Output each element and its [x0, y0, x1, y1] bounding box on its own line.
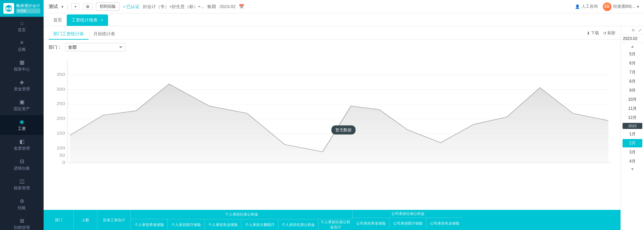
sidebar-item-purchase[interactable]: ⊟ 进销台账 — [0, 155, 44, 175]
th-company-medical: 公司承担医疗保险 — [389, 218, 426, 229]
date-item-10[interactable]: 10月 — [621, 95, 644, 104]
date-nav-up[interactable]: ▲ — [621, 43, 644, 50]
panel-expand-button[interactable]: ⤢ — [638, 28, 642, 33]
date-item-jan[interactable]: 1月 — [621, 130, 644, 139]
consult-icon: 👤 — [575, 4, 580, 9]
sidebar-item-tax[interactable]: ◫ 税务管理 — [0, 175, 44, 194]
settings-button[interactable]: ⚙ — [83, 3, 93, 10]
salary-icon: ◉ — [19, 119, 24, 125]
invoice-icon: ◧ — [19, 138, 24, 145]
sidebar-item-label: 工资 — [18, 126, 26, 132]
app-name: 畅康通好会计 — [16, 3, 40, 9]
sidebar-item-label: 首页 — [18, 27, 26, 33]
subtab-dept[interactable]: 部门工资统计表 — [49, 29, 89, 40]
calendar-icon[interactable]: 📅 — [239, 4, 244, 9]
date-item-feb-active[interactable]: 2月 — [623, 139, 642, 147]
svg-text:350: 350 — [56, 72, 65, 77]
sidebar-item-home[interactable]: ⌂ 首页 — [0, 17, 44, 36]
project-dropdown[interactable]: ▾ — [61, 4, 63, 9]
date-display: 2023.02 — [623, 36, 637, 41]
date-nav-down[interactable]: ▼ — [621, 166, 644, 173]
date-item-12[interactable]: 12月 — [621, 113, 644, 122]
tab-home[interactable]: 首页 — [49, 14, 67, 26]
sidebar-item-label: 报表中心 — [14, 66, 30, 72]
date-item-mar[interactable]: 3月 — [621, 148, 644, 157]
home-icon: ⌂ — [20, 20, 23, 26]
refresh-button[interactable]: ↺ 刷新 — [603, 30, 615, 36]
th-personal-pension: 个人承担养老保险 — [131, 219, 168, 230]
svg-text:100: 100 — [56, 145, 65, 150]
tab-close-icon[interactable]: × — [101, 18, 103, 22]
assets-icon: ▣ — [19, 99, 24, 105]
topbar-right: 👤 人工咨询 CE 轻捷通B组... ▾ — [575, 2, 639, 11]
sidebar-item-label: 税务管理 — [14, 185, 30, 191]
filter-label: 部门： — [49, 44, 62, 50]
content-area: 部门工资统计表 月份统计表 ⬇ 下载 ↺ 刷新 — [44, 26, 644, 230]
sidebar-item-close[interactable]: ⊜ 结账 — [0, 194, 44, 214]
user-menu[interactable]: CE 轻捷通B组... ▾ — [603, 2, 639, 11]
ledger-icon: ≡ — [20, 40, 23, 46]
sidebar-item-assets[interactable]: ▣ 固定资产 — [0, 95, 44, 115]
sidebar-item-label: 归档管理 — [14, 225, 30, 230]
dept-filter-select[interactable]: 全部 财务部 销售部 技术部 行政部 — [65, 43, 125, 51]
chart-svg: 350 300 250 200 150 100 50 0 — [49, 56, 615, 174]
up-arrow-icon: ▲ — [631, 44, 635, 49]
th-count: 人数 — [74, 210, 97, 230]
page-content: 部门工资统计表 月份统计表 ⬇ 下载 ↺ 刷新 — [44, 26, 621, 230]
sidebar-item-label: 进销台账 — [14, 166, 30, 171]
consult-button[interactable]: 👤 人工咨询 — [575, 4, 598, 9]
sidebar-item-salary[interactable]: ◉ 工资 — [0, 115, 44, 135]
sidebar-item-funds[interactable]: ◈ 资金管理 — [0, 76, 44, 95]
product-badges: 好会计（专）+好生意（标）+... — [143, 4, 204, 10]
date-item-apr[interactable]: 4月 — [621, 157, 644, 166]
date-item-7[interactable]: 7月 — [621, 68, 644, 77]
avatar: CE — [603, 2, 611, 11]
add-button[interactable]: + — [71, 3, 79, 10]
th-personal-total: 个人承担社保公积金合计 — [319, 219, 352, 230]
subtab-list: 部门工资统计表 月份统计表 — [49, 29, 120, 39]
svg-text:0: 0 — [62, 160, 65, 165]
svg-text:150: 150 — [56, 131, 65, 136]
svg-text:50: 50 — [59, 153, 65, 157]
th-company-pension: 公司承担养老保险 — [353, 218, 389, 229]
sidebar-item-label: 资金管理 — [14, 86, 30, 92]
panel-controls: ✕ ⤢ — [621, 26, 644, 35]
date-item-6[interactable]: 6月 — [621, 59, 644, 68]
th-group-personal: 个人承担社保公积金 个人承担养老保险 个人承担医疗保险 个人承担失业保险 个人承… — [131, 210, 353, 219]
date-item-5[interactable]: 5月 — [621, 50, 644, 59]
period-label: 账期 — [207, 4, 216, 10]
sidebar-item-archive[interactable]: ⊞ 归档管理 — [0, 214, 44, 230]
chart-tooltip: 暂无数据 — [331, 126, 356, 135]
date-header: 2023.02 — [621, 35, 644, 43]
th-personal-medical: 个人承担医疗保险 — [168, 219, 205, 230]
tab-salary-report[interactable]: 工资统计报表 × — [67, 14, 108, 26]
table-header: 部门 人数 应发工资合计 个人承担社保公积金 个人承担养老保险 — [44, 210, 621, 230]
sidebar-item-invoice[interactable]: ◧ 发票管理 — [0, 135, 44, 155]
sidebar-item-ledger[interactable]: ≡ 总账 — [0, 36, 44, 56]
close-accounts-icon: ⊜ — [20, 198, 24, 204]
table-header-top-row: 部门 人数 应发工资合计 个人承担社保公积金 个人承担养老保险 — [44, 210, 621, 219]
switch-old-button[interactable]: 切到旧版 — [96, 2, 119, 11]
subtab-monthly[interactable]: 月份统计表 — [89, 29, 120, 40]
th-company-unemployment: 公司承担失业保险 — [426, 218, 463, 229]
funds-icon: ◈ — [20, 79, 24, 85]
sidebar-item-reports[interactable]: ▦ 报表中心 — [0, 56, 44, 76]
svg-text:250: 250 — [56, 101, 65, 106]
date-item-11[interactable]: 11月 — [621, 104, 644, 113]
period-value: 2023-02 — [219, 4, 235, 9]
download-button[interactable]: ⬇ 下载 — [587, 30, 599, 36]
panel-close-button[interactable]: ✕ — [631, 28, 635, 33]
date-item-9[interactable]: 9月 — [621, 86, 644, 95]
th-personal-major-medical: 个人承担大额医疗 — [241, 219, 278, 230]
project-name: 测试 — [49, 4, 58, 10]
user-dropdown-icon: ▾ — [637, 4, 639, 9]
right-date-panel: ✕ ⤢ 2023.02 ▲ 5月 6月 7月 8月 9月 — [621, 26, 644, 230]
down-arrow-icon: ▼ — [631, 167, 635, 172]
year-label-2023: 2023 — [623, 123, 642, 129]
app-edition: 专业版 — [16, 8, 40, 13]
date-item-8[interactable]: 8月 — [621, 77, 644, 86]
chart-wrapper: 350 300 250 200 150 100 50 0 — [44, 55, 621, 210]
tabbar: 首页 工资统计报表 × — [44, 13, 644, 26]
sidebar-logo: 畅康 畅康通好会计 专业版 — [0, 0, 44, 17]
filter-bar: 部门： 全部 财务部 销售部 技术部 行政部 — [44, 40, 621, 55]
